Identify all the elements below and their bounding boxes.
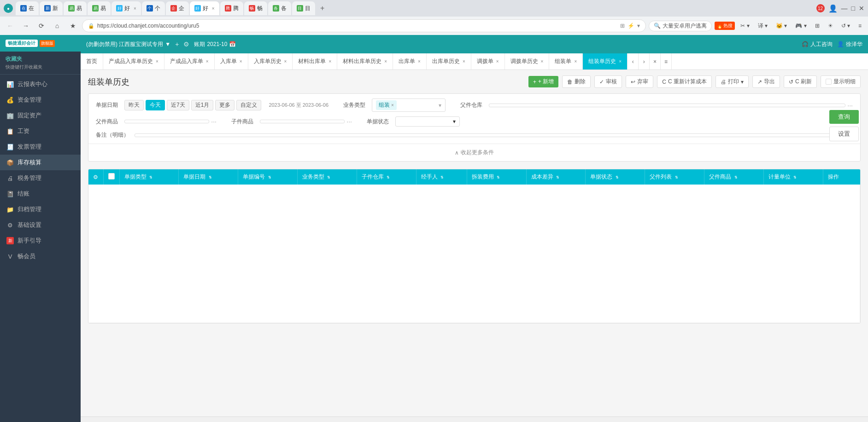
page-tab-in-history-close[interactable]: ×: [284, 59, 287, 64]
refresh-btn[interactable]: ↺ C 刷新: [784, 75, 817, 88]
address-dropdown[interactable]: ▾: [637, 23, 640, 29]
tab-yi1[interactable]: 易 易: [64, 1, 87, 15]
page-tab-assembly-history-close[interactable]: ×: [619, 59, 622, 64]
nav-star[interactable]: ★: [66, 19, 79, 32]
query-btn[interactable]: 查询: [829, 110, 859, 124]
page-tab-assembly-history[interactable]: 组装单历史 ×: [583, 53, 628, 70]
print-btn[interactable]: 🖨 打印 ▾: [716, 75, 749, 88]
address-grid-icon[interactable]: ⊞: [620, 23, 625, 29]
toolbar-sun[interactable]: ☀: [825, 22, 836, 30]
date-btn-yesterday[interactable]: 昨天: [124, 100, 144, 110]
th-business-type[interactable]: 业务类型 ⇅: [298, 169, 357, 185]
toolbar-game[interactable]: 🎮 ▾: [792, 22, 809, 30]
window-profile[interactable]: 👤: [828, 4, 838, 13]
page-tab-out[interactable]: 出库单 ×: [393, 53, 427, 70]
tab-more-menu[interactable]: ≡: [661, 53, 672, 70]
toolbar-grid[interactable]: ⊞: [812, 22, 822, 30]
add-btn[interactable]: + + 新增: [528, 76, 558, 87]
show-detail-toggle[interactable]: 显示明细: [821, 75, 861, 88]
page-tab-out-history[interactable]: 出库单历史 ×: [427, 53, 471, 70]
page-tab-home[interactable]: 首页: [81, 53, 103, 70]
child-goods-input[interactable]: [260, 120, 345, 123]
sidebar-item-archive[interactable]: 📁 归档管理: [0, 202, 81, 217]
page-tab-in-close[interactable]: ×: [240, 59, 242, 64]
period-selector[interactable]: 账期 2021-10 📅: [194, 40, 236, 48]
th-settings[interactable]: ⚙: [88, 169, 103, 185]
tab-close-all[interactable]: ×: [650, 53, 661, 70]
recalculate-btn[interactable]: C C 重新计算成本: [657, 75, 712, 88]
sidebar-item-fund[interactable]: 💰 资金管理: [0, 92, 81, 108]
date-btn-custom[interactable]: 自定义: [236, 100, 261, 110]
table-settings-icon[interactable]: ⚙: [93, 174, 98, 180]
business-type-input[interactable]: 组装 × ▾: [372, 98, 446, 112]
sidebar-item-basic-settings[interactable]: ⚙ 基础设置: [0, 217, 81, 233]
page-tab-material-out-history-close[interactable]: ×: [384, 59, 387, 64]
toolbar-cut[interactable]: ✂ ▾: [738, 22, 752, 30]
toolbar-cat[interactable]: 🐱 ▾: [773, 22, 790, 30]
tab-ge2[interactable]: 各 各: [268, 1, 291, 15]
th-child-warehouse[interactable]: 子件仓库 ⇅: [357, 169, 416, 185]
page-tab-product-in-history[interactable]: 产成品入库单历史 ×: [103, 53, 164, 70]
tab-hao1[interactable]: 好 好 ×: [111, 1, 141, 15]
remark-input[interactable]: [135, 133, 853, 137]
page-tab-assembly[interactable]: 组装单 ×: [549, 53, 583, 70]
bill-status-select[interactable]: ▾: [395, 116, 460, 127]
sidebar-item-invoice[interactable]: 🧾 发票管理: [0, 139, 81, 155]
address-bolt-icon[interactable]: ⚡: [628, 23, 634, 29]
address-bar[interactable]: 🔒 https://cloud.chanjet.com/accounting/u…: [82, 19, 646, 32]
child-goods-more[interactable]: ···: [346, 118, 352, 125]
tab-zai[interactable]: 在 在: [16, 1, 39, 15]
th-disassembly-fee[interactable]: 拆装费用 ⇅: [467, 169, 526, 185]
approve-btn[interactable]: ✓ 审核: [594, 75, 622, 88]
page-tab-product-in[interactable]: 产成品入库单 ×: [164, 53, 215, 70]
page-tab-material-out-history[interactable]: 材料出库单历史 ×: [337, 53, 393, 70]
select-all-checkbox[interactable]: [108, 173, 115, 179]
page-tab-transfer-history-close[interactable]: ×: [541, 59, 544, 64]
th-bill-status[interactable]: 单据状态 ⇅: [586, 169, 645, 185]
th-parent-goods[interactable]: 父件商品 ⇅: [704, 169, 764, 185]
business-type-dropdown[interactable]: ▾: [439, 102, 441, 109]
window-maximize[interactable]: □: [851, 5, 855, 12]
page-tab-transfer-close[interactable]: ×: [496, 59, 499, 64]
sidebar-item-cloud-report[interactable]: 📊 云报表中心: [0, 76, 81, 92]
window-minimize[interactable]: —: [841, 5, 848, 12]
th-parent-list[interactable]: 父件列表 ⇅: [645, 169, 704, 185]
page-tab-product-in-close[interactable]: ×: [206, 59, 209, 64]
th-check[interactable]: [103, 169, 119, 185]
sidebar-item-guide[interactable]: 新 新手引导: [0, 233, 81, 249]
tab-ge[interactable]: 个 个: [142, 1, 165, 15]
page-tab-transfer-history[interactable]: 调拨单历史 ×: [505, 53, 550, 70]
parent-warehouse-input[interactable]: [489, 104, 845, 107]
nav-back[interactable]: ←: [4, 19, 17, 32]
collapse-btn[interactable]: ∧ 收起更多条件: [451, 147, 498, 158]
th-bill-no[interactable]: 单据编号 ⇅: [238, 169, 298, 185]
toolbar-menu[interactable]: ≡: [856, 22, 864, 30]
tab-hao2[interactable]: 好 好 ×: [190, 1, 219, 15]
page-tab-product-in-history-close[interactable]: ×: [156, 59, 158, 64]
page-tab-out-history-close[interactable]: ×: [463, 59, 465, 64]
topbar-settings-btn[interactable]: ⚙: [183, 40, 189, 48]
filter-settings-btn[interactable]: 设置: [829, 127, 859, 141]
export-btn[interactable]: ↗ 导出: [752, 75, 780, 88]
tab-chang[interactable]: 畅 畅: [244, 1, 267, 15]
nav-forward[interactable]: →: [19, 19, 32, 32]
date-btn-today[interactable]: 今天: [146, 100, 165, 110]
th-cost-diff[interactable]: 成本差异 ⇅: [526, 169, 586, 185]
th-bill-date[interactable]: 单据日期 ⇅: [179, 169, 238, 185]
date-btn-1month[interactable]: 近1月: [191, 100, 214, 110]
tab-teng[interactable]: 腾 腾: [220, 1, 243, 15]
user-profile[interactable]: 👤 徐泽华: [837, 40, 862, 48]
sidebar-item-vip[interactable]: V 畅会员: [0, 249, 81, 264]
th-handler[interactable]: 经手人 ⇅: [416, 169, 467, 185]
new-tab-button[interactable]: +: [316, 2, 329, 15]
tab-nav-next[interactable]: ›: [639, 53, 650, 70]
page-tab-in-history[interactable]: 入库单历史 ×: [248, 53, 293, 70]
support-btn[interactable]: 🎧 人工咨询: [802, 40, 833, 48]
sidebar-favorites[interactable]: 收藏夹 快捷键打开收藏夹: [0, 52, 81, 75]
toolbar-undo[interactable]: ↺ ▾: [839, 22, 853, 30]
tab-yi2[interactable]: 易 易: [88, 1, 111, 15]
th-bill-type[interactable]: 单据类型 ⇅: [119, 169, 179, 185]
tab-nav-prev[interactable]: ‹: [628, 53, 639, 70]
window-close[interactable]: ✕: [859, 5, 864, 12]
parent-goods-more[interactable]: ···: [211, 118, 217, 125]
